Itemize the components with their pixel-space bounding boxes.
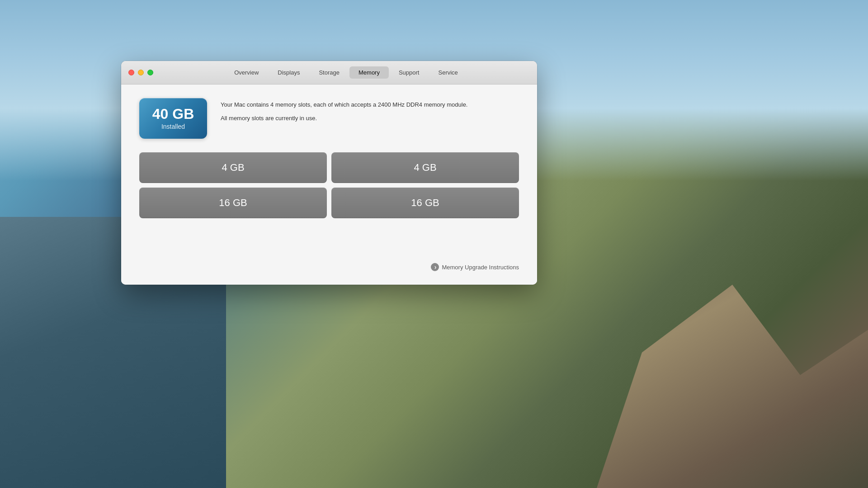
memory-footer: Memory Upgrade Instructions [139, 258, 519, 271]
traffic-lights [128, 70, 153, 75]
memory-badge: 40 GB Installed [139, 98, 207, 139]
tab-bar: Overview Displays Storage Memory Support… [162, 66, 530, 79]
memory-amount: 40 GB [152, 107, 194, 121]
memory-upgrade-link[interactable]: Memory Upgrade Instructions [431, 263, 519, 271]
memory-slot-1: 4 GB [139, 152, 327, 183]
memory-description-line1: Your Mac contains 4 memory slots, each o… [221, 100, 467, 109]
memory-slot-3: 16 GB [139, 188, 327, 218]
tab-displays[interactable]: Displays [269, 66, 309, 79]
memory-summary: 40 GB Installed Your Mac contains 4 memo… [139, 98, 519, 139]
tab-overview[interactable]: Overview [225, 66, 268, 79]
memory-content: 40 GB Installed Your Mac contains 4 memo… [121, 84, 537, 285]
memory-description: Your Mac contains 4 memory slots, each o… [221, 98, 467, 122]
memory-slots-grid: 4 GB 4 GB 16 GB 16 GB [139, 152, 519, 218]
minimize-button[interactable] [138, 70, 144, 75]
memory-installed-label: Installed [161, 123, 185, 130]
system-information-window: Overview Displays Storage Memory Support… [121, 61, 537, 285]
maximize-button[interactable] [147, 70, 153, 75]
tab-memory[interactable]: Memory [349, 66, 389, 79]
arrow-icon [431, 263, 439, 271]
tab-support[interactable]: Support [390, 66, 429, 79]
memory-slot-4: 16 GB [331, 188, 519, 218]
tab-service[interactable]: Service [429, 66, 467, 79]
memory-slot-2: 4 GB [331, 152, 519, 183]
titlebar: Overview Displays Storage Memory Support… [121, 61, 537, 84]
close-button[interactable] [128, 70, 134, 75]
tab-storage[interactable]: Storage [310, 66, 349, 79]
upgrade-link-label: Memory Upgrade Instructions [442, 264, 519, 271]
memory-description-line2: All memory slots are currently in use. [221, 114, 467, 123]
